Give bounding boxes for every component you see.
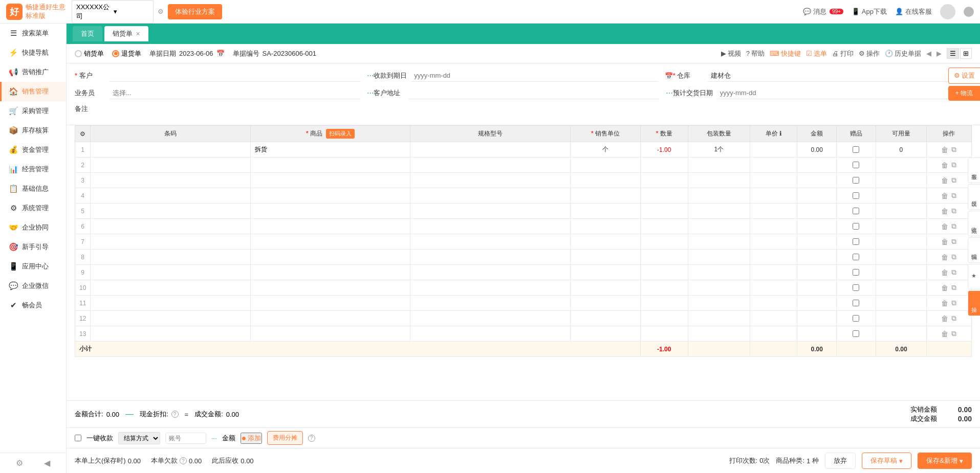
float-item-orange[interactable]: 操 xyxy=(968,290,980,316)
view-list-btn[interactable]: ☰ xyxy=(947,48,959,59)
delete-icon[interactable]: 🗑 xyxy=(941,207,948,215)
cell-gift[interactable] xyxy=(837,188,876,204)
cell-quantity[interactable] xyxy=(641,250,688,265)
cell-quantity[interactable] xyxy=(641,265,688,280)
cell-unit[interactable] xyxy=(570,250,640,265)
company-selector[interactable]: XXXXXX公司 ▾ xyxy=(72,0,154,24)
float-item-service[interactable]: 客服 xyxy=(968,157,980,183)
float-item-star[interactable]: ★ xyxy=(968,264,980,289)
sidebar-item-guide[interactable]: 🎯 新手引导 xyxy=(0,237,66,257)
tab-home[interactable]: 首页 xyxy=(73,26,102,41)
cell-unit[interactable] xyxy=(570,188,640,204)
radio-return[interactable]: 退货单 xyxy=(112,49,141,58)
sidebar-item-marketing[interactable]: 📢 营销推广 xyxy=(0,62,66,82)
expected-delivery-input[interactable] xyxy=(717,87,957,99)
cell-gift[interactable] xyxy=(837,296,876,311)
cell-barcode[interactable] xyxy=(91,142,250,157)
cell-unit-price[interactable] xyxy=(750,311,797,326)
cell-barcode[interactable] xyxy=(91,188,250,204)
sidebar-collapse-icon[interactable]: ◀ xyxy=(44,458,50,468)
cell-product[interactable] xyxy=(250,296,410,311)
cell-quantity[interactable] xyxy=(641,296,688,311)
cell-unit-price[interactable] xyxy=(750,280,797,296)
cell-product[interactable] xyxy=(250,219,410,234)
customer-input[interactable] xyxy=(110,70,361,82)
customer-address-dots-btn[interactable]: ··· xyxy=(666,89,672,97)
print-btn[interactable]: 🖨 打印 xyxy=(832,49,854,58)
cell-unit[interactable] xyxy=(570,311,640,326)
abandon-button[interactable]: 放弃 xyxy=(825,453,856,469)
cell-quantity[interactable] xyxy=(641,326,688,342)
trial-button[interactable]: 体验行业方案 xyxy=(168,4,222,19)
cell-spec[interactable] xyxy=(410,326,570,342)
help-circle[interactable]: ? xyxy=(171,411,179,418)
cell-gift[interactable] xyxy=(837,326,876,342)
cell-unit[interactable] xyxy=(570,219,640,234)
float-item-collect[interactable]: 收藏 xyxy=(968,211,980,236)
fee-help-icon[interactable]: ? xyxy=(308,435,315,442)
cell-unit-price[interactable] xyxy=(750,188,797,204)
cell-quantity[interactable]: -1.00 xyxy=(641,142,688,157)
delete-icon[interactable]: 🗑 xyxy=(941,299,948,307)
online-support-button[interactable]: 👤 在线客服 xyxy=(895,7,932,16)
cell-quantity[interactable] xyxy=(641,173,688,188)
customer-address-input[interactable] xyxy=(408,87,660,99)
add-payment-button[interactable]: ● 添加 xyxy=(241,433,262,444)
cell-gift[interactable] xyxy=(837,234,876,250)
cell-unit-price[interactable] xyxy=(750,265,797,280)
cell-gift[interactable] xyxy=(837,250,876,265)
sidebar-settings-icon[interactable]: ⚙ xyxy=(16,458,23,468)
tab-close-icon[interactable]: ✕ xyxy=(136,31,140,37)
cell-unit[interactable] xyxy=(570,173,640,188)
message-button[interactable]: 💬 消息 99+ xyxy=(803,7,843,16)
sidebar-item-enterprise[interactable]: 🤝 企业协同 xyxy=(0,218,66,237)
cell-barcode[interactable] xyxy=(91,280,250,296)
cell-barcode[interactable] xyxy=(91,265,250,280)
sidebar-item-finance[interactable]: 💰 资金管理 xyxy=(0,140,66,160)
copy-icon[interactable]: ⧉ xyxy=(951,191,956,200)
cell-spec[interactable] xyxy=(410,219,570,234)
copy-icon[interactable]: ⧉ xyxy=(951,299,956,307)
one-click-checkbox[interactable] xyxy=(75,435,81,441)
cell-quantity[interactable] xyxy=(641,311,688,326)
customer-dots-btn[interactable]: ··· xyxy=(367,72,374,80)
cell-product[interactable] xyxy=(250,250,410,265)
cell-unit-price[interactable] xyxy=(750,296,797,311)
cell-gift[interactable] xyxy=(837,142,876,157)
delete-icon[interactable]: 🗑 xyxy=(941,176,948,185)
cell-gift[interactable] xyxy=(837,173,876,188)
cell-unit-price[interactable] xyxy=(750,157,797,173)
sidebar-item-operations[interactable]: 📊 经营管理 xyxy=(0,160,66,179)
cell-gift[interactable] xyxy=(837,265,876,280)
cell-unit[interactable]: 个 xyxy=(570,142,640,157)
cell-unit[interactable] xyxy=(570,280,640,296)
warehouse-input[interactable] xyxy=(708,70,959,82)
due-date-input[interactable] xyxy=(411,70,658,82)
cell-gift[interactable] xyxy=(837,311,876,326)
cell-unit[interactable] xyxy=(570,265,640,280)
cell-unit-price[interactable] xyxy=(750,219,797,234)
calendar-icon[interactable]: 📅 xyxy=(216,50,225,57)
cell-unit-price[interactable] xyxy=(750,250,797,265)
cell-spec[interactable] xyxy=(410,173,570,188)
cell-product[interactable] xyxy=(250,234,410,250)
cell-barcode[interactable] xyxy=(91,250,250,265)
radio-sales[interactable]: 销货单 xyxy=(75,49,104,58)
sidebar-item-app-center[interactable]: 📱 应用中心 xyxy=(0,257,66,276)
copy-icon[interactable]: ⧉ xyxy=(951,314,956,323)
sidebar-item-inventory[interactable]: 📦 库存核算 xyxy=(0,121,66,140)
cell-product[interactable] xyxy=(250,311,410,326)
cell-spec[interactable] xyxy=(410,234,570,250)
cell-product[interactable] xyxy=(250,157,410,173)
cell-spec[interactable] xyxy=(410,296,570,311)
cell-spec[interactable] xyxy=(410,142,570,157)
cell-barcode[interactable] xyxy=(91,296,250,311)
video-btn[interactable]: ▶ 视频 xyxy=(721,49,741,58)
tab-sales-order[interactable]: 销货单 ✕ xyxy=(104,26,148,41)
help-btn[interactable]: ? 帮助 xyxy=(746,49,765,58)
salesperson-dots-btn[interactable]: ··· xyxy=(367,89,374,97)
cell-unit-price[interactable] xyxy=(750,234,797,250)
fee-split-button[interactable]: 费用分摊 xyxy=(267,431,303,445)
avatar[interactable] xyxy=(940,4,955,19)
cell-product[interactable] xyxy=(250,204,410,219)
